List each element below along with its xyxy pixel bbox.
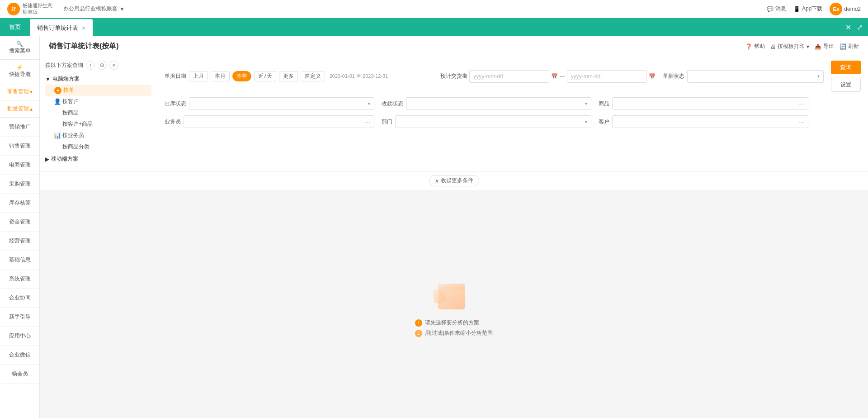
sidebar-item-inventory[interactable]: 库存核算 bbox=[0, 194, 39, 213]
expected-date-label: 预计交货期 bbox=[440, 72, 467, 80]
scheme-group-mobile: ▶ 移动端方案 bbox=[45, 153, 151, 165]
scheme-group-mobile-header[interactable]: ▶ 移动端方案 bbox=[45, 153, 151, 165]
out-status-select[interactable]: ▾ bbox=[189, 97, 374, 110]
expected-date-start[interactable]: yyyy-mm-dd bbox=[469, 70, 549, 83]
filter-salesperson-group: 业务员 ··· bbox=[165, 115, 374, 128]
refresh-button[interactable]: 🔄 刷新 bbox=[840, 43, 859, 50]
sidebar-item-system[interactable]: 系统管理 bbox=[0, 270, 39, 289]
scheme-item-icon-sales: 📊 bbox=[54, 133, 61, 139]
empty-state: 1 请先选择要分析的方案 2 用[过滤]条件来缩小分析范围 bbox=[415, 271, 493, 337]
collapse-row: ∧ 收起更多条件 bbox=[40, 171, 868, 190]
tab-close-all-icon[interactable]: ✕ bbox=[845, 23, 851, 32]
sidebar-item-retail[interactable]: 零售管理 ▾ bbox=[0, 83, 39, 100]
help-button[interactable]: ❓ 帮助 bbox=[745, 43, 765, 50]
scheme-item-by-salesperson[interactable]: 📊 按业务员 bbox=[45, 130, 151, 141]
sidebar-item-cooperation[interactable]: 企业协同 bbox=[0, 289, 39, 308]
page-header-actions: ❓ 帮助 🖨 按模板打印 ▾ 📤 导出 🔄 刷新 bbox=[745, 43, 859, 50]
scheme-add-button[interactable]: + bbox=[86, 61, 95, 70]
sidebar-item-quicknav[interactable]: ⚡ 快捷导航 bbox=[0, 60, 39, 83]
sidebar-item-finance[interactable]: 资金管理 bbox=[0, 213, 39, 232]
search-icon: 🔍 bbox=[4, 41, 36, 47]
print-button[interactable]: 🖨 按模板打印 ▾ bbox=[770, 43, 809, 50]
logo-area: 好 畅捷通好生意 标准版 bbox=[7, 3, 52, 15]
scheme-settings-button[interactable]: ⊙ bbox=[98, 61, 107, 70]
cal-end-icon[interactable]: 📅 bbox=[649, 73, 656, 80]
pay-status-select[interactable]: ▾ bbox=[406, 97, 591, 110]
out-status-arrow-icon: ▾ bbox=[368, 101, 370, 106]
scheme-collapse-button[interactable]: « bbox=[109, 61, 118, 70]
tab-home[interactable]: 首页 bbox=[0, 18, 30, 36]
scheme-item-by-goods-category[interactable]: ⊟ 按商品分类 bbox=[45, 141, 151, 152]
breadcrumb[interactable]: 办公用品行业模拟账套 ▼ bbox=[63, 5, 125, 13]
user-menu[interactable]: Ea demo2 bbox=[830, 3, 861, 15]
sidebar-item-newbie[interactable]: 新手引导 bbox=[0, 308, 39, 327]
filter-date-group: 单据日期 上月 本月 本年 近7天 更多 自定义 2023-01-01 至 20… bbox=[165, 71, 433, 81]
filter-customer-group: 客户 ··· bbox=[599, 115, 808, 128]
customer-select[interactable]: ··· bbox=[612, 115, 808, 128]
avatar: Ea bbox=[830, 3, 842, 15]
out-status-label: 出库状态 bbox=[165, 100, 186, 108]
scheme-item-icon-custgoods: ⊞ bbox=[54, 121, 61, 128]
sidebar-item-search[interactable]: 🔍 搜索菜单 bbox=[0, 36, 39, 60]
pay-status-label: 收款状态 bbox=[382, 100, 403, 108]
message-button[interactable]: 💬 消息 bbox=[767, 5, 786, 13]
tab-sales-order[interactable]: 销售订单统计表 × bbox=[30, 19, 93, 37]
doc-status-select[interactable]: ▾ bbox=[687, 70, 824, 83]
goods-select[interactable]: ··· bbox=[612, 97, 808, 110]
tab-close-icon[interactable]: × bbox=[82, 24, 85, 32]
scheme-item-by-order[interactable]: ● 按单 bbox=[45, 85, 151, 96]
cal-start-icon[interactable]: 📅 bbox=[551, 73, 558, 80]
logo-icon: 好 bbox=[7, 3, 20, 15]
scheme-item-icon-customer: 👤 bbox=[54, 99, 61, 105]
sidebar-item-wholesale[interactable]: 批发管理 ▴ bbox=[0, 100, 39, 118]
top-bar: 好 畅捷通好生意 标准版 办公用品行业模拟账套 ▼ 💬 消息 📱 App下载 E… bbox=[0, 0, 868, 18]
scheme-item-icon-category: ⊟ bbox=[54, 144, 61, 150]
app-download-button[interactable]: 📱 App下载 bbox=[793, 5, 822, 13]
query-area: 按以下方案查询 + ⊙ « bbox=[40, 55, 868, 190]
sidebar-item-sales[interactable]: 销售管理 bbox=[0, 137, 39, 156]
sidebar-item-marketing[interactable]: 营销推广 bbox=[0, 118, 39, 137]
sidebar-item-purchase[interactable]: 采购管理 bbox=[0, 175, 39, 194]
message-icon: 💬 bbox=[767, 6, 774, 12]
query-button[interactable]: 查询 bbox=[831, 61, 861, 74]
department-select[interactable]: ▾ bbox=[395, 115, 591, 128]
customer-ellipsis-icon: ··· bbox=[799, 118, 804, 125]
collapse-button[interactable]: ∧ 收起更多条件 bbox=[429, 175, 479, 186]
expected-date-end[interactable]: yyyy-mm-dd bbox=[567, 70, 647, 83]
export-icon: 📤 bbox=[815, 43, 821, 50]
print-icon: 🖨 bbox=[770, 43, 776, 50]
filter-action-buttons: 查询 设置 bbox=[831, 61, 861, 92]
export-button[interactable]: 📤 导出 bbox=[815, 43, 834, 50]
date-btn-more[interactable]: 更多 bbox=[279, 71, 298, 81]
salesperson-label: 业务员 bbox=[165, 118, 181, 126]
date-btn-this-month[interactable]: 本月 bbox=[211, 71, 230, 81]
sidebar-item-member[interactable]: 畅会员 bbox=[0, 365, 39, 384]
department-label: 部门 bbox=[382, 118, 392, 126]
scheme-item-by-customer-goods[interactable]: ⊞ 按客户+商品 bbox=[45, 119, 151, 130]
scheme-item-icon: ● bbox=[54, 87, 61, 94]
date-dash: — bbox=[560, 73, 565, 80]
sidebar-item-wechat[interactable]: 企业微信 bbox=[0, 346, 39, 365]
date-btn-this-year[interactable]: 本年 bbox=[232, 71, 251, 81]
department-arrow-icon: ▾ bbox=[585, 119, 587, 124]
date-btn-last-month[interactable]: 上月 bbox=[189, 71, 208, 81]
date-btn-custom[interactable]: 自定义 bbox=[301, 71, 325, 81]
sidebar-item-ecommerce[interactable]: 电商管理 bbox=[0, 156, 39, 175]
filter-department-group: 部门 ▾ bbox=[382, 115, 591, 128]
doc-status-arrow-icon: ▾ bbox=[817, 74, 820, 79]
sidebar-item-basic[interactable]: 基础信息 bbox=[0, 251, 39, 270]
salesperson-select[interactable]: ··· bbox=[184, 115, 374, 128]
scheme-item-by-customer[interactable]: 👤 按客户 bbox=[45, 96, 151, 107]
app-icon: 📱 bbox=[793, 6, 800, 12]
settings-button[interactable]: 设置 bbox=[831, 78, 861, 92]
scheme-item-by-goods[interactable]: ⊞ 按商品 bbox=[45, 107, 151, 119]
sidebar-item-appcenter[interactable]: 应用中心 bbox=[0, 327, 39, 346]
filter-panel: 单据日期 上月 本月 本年 近7天 更多 自定义 2023-01-01 至 20… bbox=[157, 55, 868, 171]
sidebar-item-operation[interactable]: 经营管理 bbox=[0, 232, 39, 251]
scheme-header: 按以下方案查询 + ⊙ « bbox=[45, 61, 151, 70]
date-btn-7days[interactable]: 近7天 bbox=[254, 71, 276, 81]
top-bar-right: 💬 消息 📱 App下载 Ea demo2 bbox=[767, 3, 861, 15]
print-arrow-icon: ▾ bbox=[807, 43, 809, 50]
tab-maximize-icon[interactable]: ⤢ bbox=[857, 23, 863, 32]
scheme-group-desktop-header[interactable]: ▼ 电脑端方案 bbox=[45, 73, 151, 85]
